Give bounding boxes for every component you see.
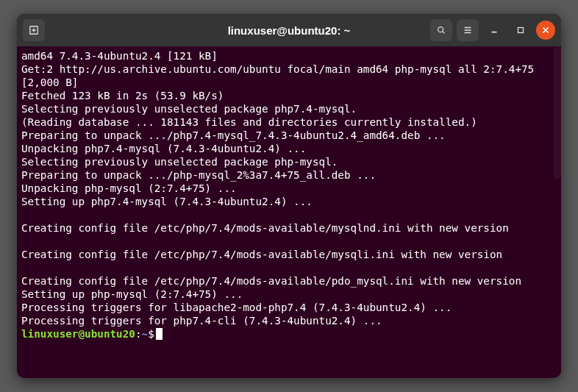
search-button[interactable] <box>430 19 452 41</box>
menu-button[interactable] <box>457 19 479 41</box>
terminal-output: amd64 7.4.3-4ubuntu2.4 [121 kB] Get:2 ht… <box>21 49 557 327</box>
titlebar: linuxuser@ubuntu20: ~ <box>17 14 561 46</box>
minimize-button[interactable] <box>483 19 505 41</box>
new-tab-button[interactable] <box>23 19 45 41</box>
close-button[interactable] <box>536 21 555 40</box>
svg-line-4 <box>443 32 445 34</box>
cursor <box>156 328 163 340</box>
prompt-symbol: $ <box>148 327 154 341</box>
hamburger-icon <box>463 25 473 35</box>
terminal-body[interactable]: amd64 7.4.3-4ubuntu2.4 [121 kB] Get:2 ht… <box>17 46 561 378</box>
maximize-icon <box>515 25 526 35</box>
close-icon <box>540 25 551 35</box>
scrollbar[interactable] <box>554 46 561 179</box>
terminal-window: linuxuser@ubuntu20: ~ <box>17 14 561 378</box>
maximize-button[interactable] <box>510 19 532 41</box>
minimize-icon <box>489 25 499 35</box>
prompt-path: ~ <box>142 327 149 341</box>
new-tab-icon <box>29 25 39 35</box>
svg-rect-9 <box>518 28 524 33</box>
prompt-separator: : <box>135 327 142 341</box>
prompt-line: linuxuser@ubuntu20:~$ <box>21 327 557 341</box>
svg-point-3 <box>438 27 443 32</box>
prompt-user-host: linuxuser@ubuntu20 <box>21 327 135 341</box>
search-icon <box>436 25 446 35</box>
